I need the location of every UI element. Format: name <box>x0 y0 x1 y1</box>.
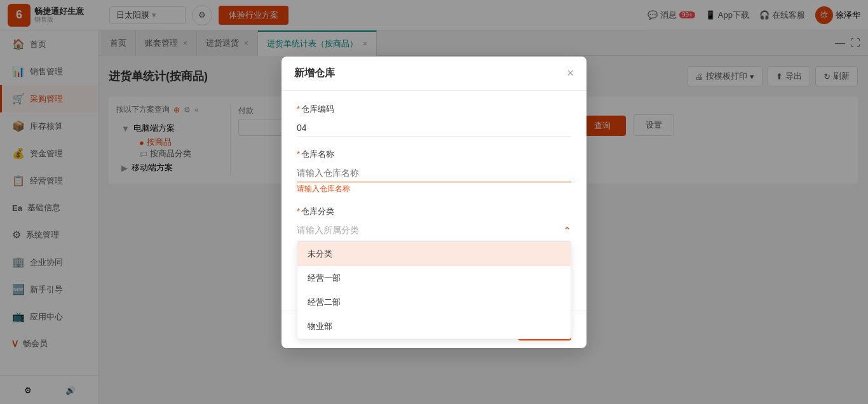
add-warehouse-modal: 新增仓库 × * 仓库编码 * 仓库名称 请输入仓库名称 <box>281 57 587 348</box>
warehouse-name-error: 请输入仓库名称 <box>297 184 571 194</box>
category-dropdown-list: 未分类 经营一部 经营二部 物业部 <box>297 241 571 339</box>
category-placeholder: 请输入所属分类 <box>297 225 359 236</box>
warehouse-category-field: * 仓库分类 请输入所属分类 ⌃ 未分类 经营一部 经营二部 物业部 <box>297 206 571 241</box>
warehouse-code-label: * 仓库编码 <box>297 104 571 115</box>
dropdown-option-dept2[interactable]: 经营二部 <box>297 290 571 314</box>
modal-title: 新增仓库 <box>294 67 335 80</box>
dropdown-option-dept1[interactable]: 经营一部 <box>297 266 571 290</box>
warehouse-name-label-text: 仓库名称 <box>301 149 334 160</box>
warehouse-code-input[interactable] <box>297 119 571 137</box>
category-dropdown-trigger[interactable]: 请输入所属分类 ⌃ <box>297 221 571 241</box>
warehouse-category-label-text: 仓库分类 <box>301 206 334 217</box>
warehouse-name-field: * 仓库名称 请输入仓库名称 <box>297 149 571 194</box>
chevron-up-icon: ⌃ <box>563 225 571 237</box>
warehouse-name-input[interactable] <box>297 164 571 182</box>
dropdown-option-property[interactable]: 物业部 <box>297 314 571 339</box>
modal-header: 新增仓库 × <box>281 57 587 91</box>
modal-overlay: 新增仓库 × * 仓库编码 * 仓库名称 请输入仓库名称 <box>0 0 868 404</box>
modal-body: * 仓库编码 * 仓库名称 请输入仓库名称 * 仓库分类 <box>281 91 587 311</box>
warehouse-code-field: * 仓库编码 <box>297 104 571 137</box>
warehouse-category-label: * 仓库分类 <box>297 206 571 217</box>
required-mark: * <box>297 104 300 114</box>
warehouse-code-label-text: 仓库编码 <box>301 104 334 115</box>
required-mark-2: * <box>297 149 300 159</box>
dropdown-option-none[interactable]: 未分类 <box>297 242 571 266</box>
required-mark-3: * <box>297 206 300 216</box>
warehouse-category-dropdown: 请输入所属分类 ⌃ 未分类 经营一部 经营二部 物业部 <box>297 221 571 241</box>
warehouse-name-label: * 仓库名称 <box>297 149 571 160</box>
modal-close-button[interactable]: × <box>567 67 574 79</box>
